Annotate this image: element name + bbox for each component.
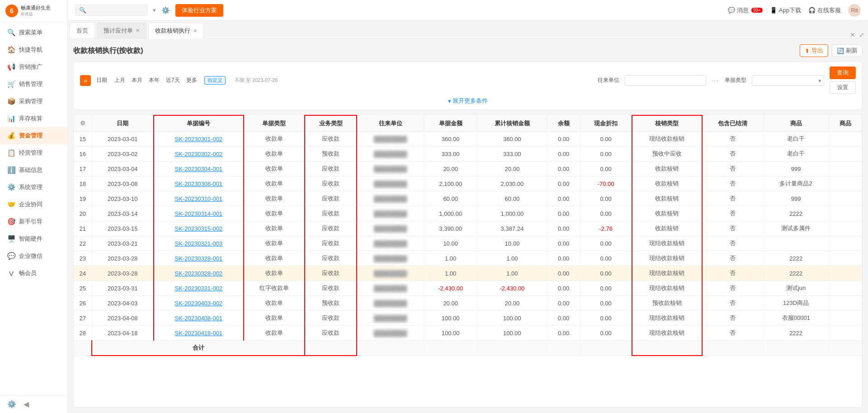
bill-no-link[interactable]: SK-20230304-001	[175, 166, 223, 172]
row-include-settled: 否	[702, 326, 763, 341]
sidebar-item-purchase[interactable]: 📦采购管理	[0, 93, 67, 110]
sidebar-item-inventory[interactable]: 📊库存核算	[0, 110, 67, 127]
app-download-item[interactable]: 📱 App下载	[770, 6, 801, 14]
query-button[interactable]: 查询	[830, 66, 856, 79]
sidebar-item-marketing[interactable]: 📢营销推广	[0, 58, 67, 76]
bill-type-select[interactable]	[752, 75, 824, 86]
sidebar-item-system[interactable]: ⚙️系统管理	[0, 179, 67, 196]
bill-no-link[interactable]: SK-20230314-001	[175, 210, 223, 217]
col-gear[interactable]: ⚙	[74, 115, 92, 132]
row-cancel-type: 现结收款核销	[632, 132, 703, 147]
row-bill-no: SK-20230301-002	[154, 132, 244, 147]
footer-bill-amount	[424, 341, 477, 356]
sidebar-item-member[interactable]: V畅会员	[0, 265, 67, 282]
date-btn-本月[interactable]: 本月	[130, 76, 144, 85]
row-counterparty: ████████	[357, 326, 424, 341]
settings-footer-icon[interactable]: ⚙️	[7, 400, 16, 408]
sidebar-item-hardware[interactable]: 🖥️智能硬件	[0, 230, 67, 247]
table-foot: 合计	[74, 341, 862, 356]
row-cash-discount: 0.00	[580, 296, 632, 311]
bill-no-link[interactable]: SK-20230301-002	[175, 136, 223, 142]
date-btn-上月[interactable]: 上月	[113, 76, 127, 85]
bill-no-link[interactable]: SK-20230321-003	[175, 240, 223, 247]
footer-include-settled	[702, 341, 763, 356]
sidebar-item-sales[interactable]: 🛒销售管理	[0, 76, 67, 93]
col-bill-amount-header: 单据金额	[424, 115, 477, 132]
date-btn-更多[interactable]: 更多	[184, 76, 199, 85]
row-date: 2023-03-28	[92, 251, 154, 266]
tab-home[interactable]: 首页	[70, 22, 95, 38]
expand-btn[interactable]: ▾ 展开更多条件	[448, 97, 488, 105]
date-btn-近7天[interactable]: 近7天	[164, 76, 182, 85]
page-title: 收款核销执行(按收款)	[73, 46, 143, 56]
gear-icon[interactable]: ⚙	[80, 120, 85, 127]
row-bill-no: SK-20230314-001	[154, 206, 244, 221]
solution-button[interactable]: 体验行业方案	[175, 4, 223, 17]
row-balance: 0.00	[547, 191, 580, 206]
user-avatar[interactable]: Rit	[848, 4, 861, 17]
row-goods2	[829, 147, 862, 161]
topbar-gear-icon[interactable]: ⚙️	[161, 6, 170, 14]
bill-no-link[interactable]: SK-20230328-001	[175, 255, 223, 262]
bill-no-link[interactable]: SK-20230408-001	[175, 315, 223, 322]
row-cancel-type: 现结收款核销	[632, 311, 703, 326]
row-date: 2023-03-04	[92, 161, 154, 176]
sidebar-item-operation[interactable]: 📋经营管理	[0, 144, 67, 161]
topbar-chevron-icon[interactable]: ▾	[153, 7, 156, 14]
sidebar-item-wechat[interactable]: 💬企业微信	[0, 247, 67, 265]
bill-no-link[interactable]: SK-20230302-002	[175, 151, 223, 157]
filter-toggle-btn[interactable]: »	[80, 75, 91, 86]
bill-no-link[interactable]: SK-20230315-002	[175, 225, 223, 232]
table-row: 17 2023-03-04 SK-20230304-001 收款单 应收款 ██…	[74, 161, 862, 176]
tab-close-prepay[interactable]: ✕	[136, 28, 140, 33]
bill-no-link[interactable]: SK-20230331-002	[175, 285, 223, 292]
bill-no-link[interactable]: SK-20230310-001	[175, 195, 223, 202]
setting-button[interactable]: 设置	[830, 81, 856, 94]
row-goods2	[829, 191, 862, 206]
row-counterparty: ████████	[357, 251, 424, 266]
row-date: 2023-04-18	[92, 326, 154, 341]
row-bill-amount: 333.00	[424, 147, 477, 161]
date-btn-本年[interactable]: 本年	[147, 76, 161, 85]
bill-no-link[interactable]: SK-20230403-002	[175, 300, 223, 307]
row-goods: 123D商品	[763, 296, 829, 311]
message-item[interactable]: 💬 消息 99+	[728, 6, 763, 14]
row-cash-discount: 0.00	[580, 161, 632, 176]
row-no: 23	[74, 251, 92, 266]
online-service-item[interactable]: 🎧 在线客服	[808, 6, 841, 14]
row-biz-type: 应收款	[305, 326, 357, 341]
search-icon: 🔍	[79, 7, 86, 14]
bill-type-label: 单据类型	[725, 76, 746, 84]
sidebar-item-finance[interactable]: 💰资金管理	[0, 127, 67, 144]
bill-no-link[interactable]: SK-20230308-001	[175, 180, 223, 187]
row-cash-discount: 0.00	[580, 266, 632, 281]
sidebar-item-guide[interactable]: 🎯新手引导	[0, 213, 67, 230]
refresh-button[interactable]: 🔄 刷新	[832, 44, 863, 57]
tab-close-collect-cancel[interactable]: ✕	[193, 28, 197, 34]
export-button[interactable]: ⬆ 导出	[800, 44, 828, 57]
sidebar-item-search[interactable]: 🔍搜索菜单	[0, 24, 67, 41]
sidebar-item-cooperation[interactable]: 🤝企业协同	[0, 196, 67, 213]
bill-no-link[interactable]: SK-20230328-002	[175, 270, 223, 277]
row-bill-no: SK-20230331-002	[154, 281, 244, 296]
topbar-search[interactable]: 🔍	[75, 5, 147, 16]
collapse-icon[interactable]: ◀	[24, 400, 29, 408]
row-cancel-type: 预收款核销	[632, 296, 703, 311]
sidebar-item-quick-nav[interactable]: 🏠快捷导航	[0, 41, 67, 58]
tabs-close-all-icon[interactable]: ✕	[850, 31, 855, 38]
table-row: 16 2023-03-02 SK-20230302-002 收款单 预收款 ██…	[74, 147, 862, 161]
bill-no-link[interactable]: SK-20230418-001	[175, 330, 223, 337]
row-balance: 0.00	[547, 311, 580, 326]
tab-prepay[interactable]: 预计应付单✕	[97, 22, 146, 38]
sidebar-item-basic[interactable]: ℹ️基础信息	[0, 161, 67, 179]
tab-collect-cancel[interactable]: 收款核销执行✕	[148, 23, 204, 39]
row-no: 25	[74, 281, 92, 296]
row-bill-amount: 2,100.00	[424, 176, 477, 191]
tabs-expand-icon[interactable]: ⤢	[859, 31, 864, 38]
row-include-settled: 否	[702, 161, 763, 176]
row-cum-cancel: 1.00	[477, 266, 547, 281]
row-bill-no: SK-20230304-001	[154, 161, 244, 176]
custom-date-btn[interactable]: 自定义	[204, 76, 226, 85]
row-include-settled: 否	[702, 132, 763, 147]
counterparty-input[interactable]	[625, 75, 706, 86]
